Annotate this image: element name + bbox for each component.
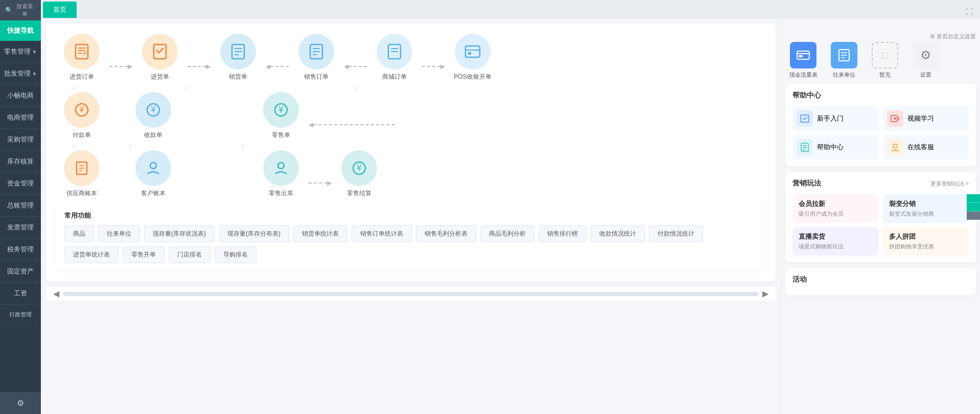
flow-node-pos[interactable]: POS收银开单 bbox=[447, 34, 498, 81]
float-btn-desktop[interactable]: 桌面快捷 bbox=[967, 212, 980, 220]
right-float-buttons: 客服热线 服务社区 桌面快捷 bbox=[967, 194, 980, 220]
func-btn-inventory-dist[interactable]: 现存量(库存分布表) bbox=[219, 225, 289, 242]
func-btn-retail-order[interactable]: 零售开单 bbox=[123, 246, 165, 263]
func-btn-inventory-status[interactable]: 现存量(库存状况表) bbox=[144, 225, 215, 242]
func-btn-store-rank[interactable]: 门店排名 bbox=[169, 246, 211, 263]
sidebar-item-retail[interactable]: 零售管理▼ bbox=[0, 41, 41, 63]
marketing-title: 营销玩法 bbox=[792, 179, 821, 188]
flow-node-customer-ledger[interactable]: 客户账本 bbox=[128, 150, 179, 198]
quick-icon-settings[interactable]: ⚙ 设置 bbox=[908, 42, 944, 79]
svg-text:¥: ¥ bbox=[357, 164, 362, 172]
marketing-item-group[interactable]: 多人拼团 拼团购物享受优惠 bbox=[883, 227, 969, 256]
sidebar-gear[interactable]: ⚙ bbox=[0, 392, 41, 414]
help-item-video[interactable]: 视频学习 bbox=[883, 106, 969, 131]
quick-icon-none: □ 暂无 bbox=[867, 42, 903, 79]
help-item-helpcenter[interactable]: 帮助中心 bbox=[792, 135, 879, 159]
quick-icon-partner[interactable]: 往来单位 bbox=[826, 42, 862, 79]
func-buttons-grid: 商品 往来单位 现存量(库存状况表) 现存量(库存分布表) 销货单统计表 销售订… bbox=[64, 225, 757, 263]
sidebar-search-label: 搜索菜单 bbox=[14, 3, 36, 18]
activity-title: 活动 bbox=[792, 275, 969, 284]
tab-home[interactable]: 首页 bbox=[43, 2, 77, 18]
quick-icon-cashflow[interactable]: 现金流量表 bbox=[785, 42, 821, 79]
flow-node-sales-order[interactable]: 销售订单 bbox=[291, 34, 342, 81]
sidebar-search[interactable]: 🔍 搜索菜单 bbox=[0, 0, 41, 20]
sidebar-item-ecom-small[interactable]: 小畅电商 bbox=[0, 85, 41, 107]
sidebar-item-payroll[interactable]: 工资 bbox=[0, 283, 41, 305]
func-btn-receipt-stat[interactable]: 收款情况统计 bbox=[591, 225, 645, 242]
float-btn-community[interactable]: 服务社区 bbox=[967, 203, 980, 212]
marketing-item-fission[interactable]: 裂变分销 裂变式发展分销商 bbox=[883, 194, 969, 223]
svg-point-48 bbox=[893, 144, 897, 148]
func-btn-sales-order-stat[interactable]: 销售订单统计表 bbox=[352, 225, 412, 242]
func-btn-sales-rank[interactable]: 销售排行榜 bbox=[539, 225, 587, 242]
func-btn-product-profit[interactable]: 商品毛利分析 bbox=[480, 225, 534, 242]
func-btn-guide-rank[interactable]: 导购排名 bbox=[215, 246, 256, 263]
main: 首页 ⛶ 进货订单 bbox=[41, 0, 980, 414]
marketing-item-live[interactable]: 直播卖货 场景式购物新玩法 bbox=[792, 227, 879, 256]
sidebar-item-assets[interactable]: 固定资产 bbox=[0, 261, 41, 283]
sidebar-item-purchase[interactable]: 采购管理 bbox=[0, 129, 41, 151]
common-func-title: 常用功能 bbox=[64, 211, 757, 220]
bottom-scrollbar: ◀ ▶ bbox=[46, 287, 776, 301]
flow-node-supplier-ledger[interactable]: 供应商账本 bbox=[56, 150, 107, 198]
help-item-beginner[interactable]: 新手入门 bbox=[792, 106, 879, 131]
sidebar-item-wholesale[interactable]: 批发管理▼ bbox=[0, 63, 41, 85]
svg-rect-40 bbox=[801, 115, 809, 122]
func-btn-partner[interactable]: 往来单位 bbox=[98, 225, 140, 242]
customize-link[interactable]: ⚙ 首页自定义设置 bbox=[930, 33, 976, 40]
sidebar-items: 零售管理▼ 批发管理▼ 小畅电商 电商管理 采购管理 库存核算 资金管理 总账管… bbox=[0, 41, 41, 392]
marketing-item-member[interactable]: 会员拉新 吸引用户成为会员 bbox=[792, 194, 879, 223]
marketing-card: 营销玩法 更多营销玩法 > 会员拉新 吸引用户成为会员 裂变分销 裂变式发展分销… bbox=[785, 172, 976, 263]
scroll-left-btn[interactable]: ◀ bbox=[51, 289, 61, 298]
flow-node-retail-settle[interactable]: ¥ 零售结算 bbox=[334, 150, 385, 198]
more-marketing-link[interactable]: 更多营销玩法 > bbox=[930, 180, 969, 188]
flow-node-retail-out[interactable]: 零售出库 bbox=[255, 150, 307, 198]
activity-section: 活动 bbox=[785, 268, 976, 295]
func-btn-payment-stat[interactable]: 付款情况统计 bbox=[649, 225, 703, 242]
sidebar-nav-header: 快捷导航 bbox=[0, 20, 41, 41]
gear-icon: ⚙ bbox=[17, 399, 24, 407]
svg-rect-33 bbox=[797, 51, 809, 59]
svg-marker-42 bbox=[898, 116, 899, 121]
top-tabs: 首页 ⛶ bbox=[41, 0, 980, 18]
flow-node-payment[interactable]: ¥ 付款单 bbox=[56, 92, 107, 140]
sidebar-item-inventory[interactable]: 库存核算 bbox=[0, 151, 41, 173]
help-center-title: 帮助中心 bbox=[792, 91, 969, 100]
float-btn-service[interactable]: 客服热线 bbox=[967, 194, 980, 203]
scroll-right-btn[interactable]: ▶ bbox=[760, 289, 771, 298]
fullscreen-icon[interactable]: ⛶ bbox=[964, 6, 975, 18]
help-item-online-service[interactable]: 在线客服 bbox=[883, 135, 969, 159]
sidebar-item-ecom[interactable]: 电商管理 bbox=[0, 107, 41, 129]
flow-node-mall-order[interactable]: 商城订单 bbox=[369, 34, 420, 81]
flow-node-retail[interactable]: ¥ 零售单 bbox=[255, 92, 307, 140]
func-btn-purchase-stat[interactable]: 进货单统计表 bbox=[64, 246, 119, 263]
sidebar-item-finance[interactable]: 资金管理 bbox=[0, 173, 41, 195]
down-arrow-receipt: ↓ bbox=[112, 142, 148, 149]
func-btn-sales-stat[interactable]: 销货单统计表 bbox=[293, 225, 347, 242]
svg-rect-16 bbox=[465, 46, 480, 57]
func-btn-sales-profit[interactable]: 销售毛利分析表 bbox=[416, 225, 476, 242]
flow-node-purchase[interactable]: 进货单 bbox=[134, 34, 185, 81]
scroll-track[interactable] bbox=[63, 292, 758, 296]
arrow-retail-settle: ▶ bbox=[307, 179, 334, 187]
quick-icons-section: ⚙ 首页自定义设置 现金流量表 往来单位 bbox=[785, 33, 976, 79]
down-arrow-purchase-order: ↓ bbox=[56, 83, 92, 91]
right-panel: ⚙ 首页自定义设置 现金流量表 往来单位 bbox=[781, 18, 980, 414]
func-btn-product[interactable]: 商品 bbox=[64, 225, 94, 242]
common-functions: 常用功能 商品 往来单位 现存量(库存状况表) 现存量(库存分布表) 销货单统计… bbox=[56, 203, 765, 271]
sidebar: 🔍 搜索菜单 快捷导航 零售管理▼ 批发管理▼ 小畅电商 电商管理 采购管理 库… bbox=[0, 0, 41, 414]
flow-node-sales[interactable]: 销货单 bbox=[213, 34, 264, 81]
svg-point-29 bbox=[150, 163, 156, 169]
sidebar-item-invoice[interactable]: 发票管理 bbox=[0, 217, 41, 239]
down-arrow-pos: ↓ bbox=[337, 83, 373, 91]
svg-text:¥: ¥ bbox=[79, 105, 84, 114]
content-area: 进货订单 ▶ 进货单 bbox=[41, 18, 980, 414]
sidebar-item-admin[interactable]: 行政管理 bbox=[0, 305, 41, 325]
sidebar-item-ledger[interactable]: 总账管理 bbox=[0, 195, 41, 217]
flow-node-purchase-order[interactable]: 进货订单 bbox=[56, 34, 107, 81]
marketing-grid: 会员拉新 吸引用户成为会员 裂变分销 裂变式发展分销商 直播卖货 场景式购物新玩… bbox=[792, 194, 969, 256]
sidebar-item-tax[interactable]: 税务管理 bbox=[0, 239, 41, 261]
flow-card: 进货订单 ▶ 进货单 bbox=[46, 24, 776, 282]
flow-node-receipt[interactable]: ¥ 收款单 bbox=[128, 92, 179, 140]
svg-rect-35 bbox=[799, 55, 803, 57]
